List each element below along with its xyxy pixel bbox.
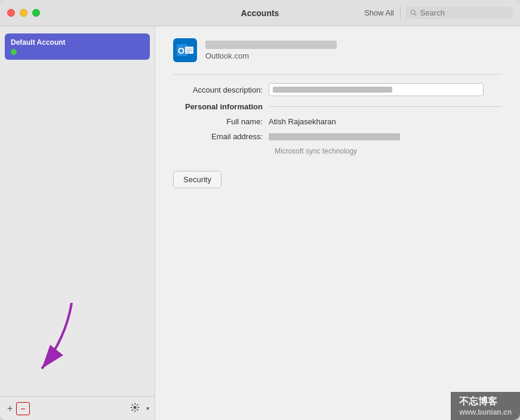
full-name-label: Full name: [173, 117, 269, 126]
traffic-lights [7, 9, 40, 17]
window-title: Accounts [241, 8, 279, 18]
sidebar-list: Default Account [0, 26, 155, 396]
account-description-label: Account description: [173, 85, 269, 94]
account-header-info: Outlook.com [205, 41, 337, 60]
svg-line-1 [414, 14, 416, 16]
detail-panel: O Outlook.com Account description: [155, 26, 520, 420]
sync-technology-text: Microsoft sync technology [275, 147, 502, 155]
account-header: O Outlook.com [173, 38, 502, 62]
remove-account-button-wrapper: − [16, 402, 29, 415]
remove-account-button[interactable]: − [19, 404, 27, 413]
personal-info-label: Personal information [173, 102, 269, 111]
svg-point-3 [134, 406, 137, 409]
account-list-item[interactable]: Default Account [5, 33, 150, 60]
svg-point-0 [411, 10, 415, 14]
watermark-line1: 不忘博客 [459, 396, 512, 408]
gear-button[interactable] [127, 400, 143, 416]
minimize-button[interactable] [20, 9, 27, 17]
sidebar: Default Account + − [0, 26, 155, 420]
full-name-value: Atish Rajasekharan [269, 117, 336, 126]
accounts-window: Accounts Show All Default Account [0, 0, 520, 420]
search-bar [405, 7, 513, 19]
account-status-dot [11, 49, 17, 55]
show-all-button[interactable]: Show All [358, 6, 401, 20]
svg-text:O: O [178, 46, 184, 56]
watermark: 不忘博客 www.bunian.cn [451, 392, 520, 420]
title-bar: Accounts Show All [0, 0, 520, 26]
account-description-input[interactable] [269, 83, 484, 96]
blurred-description-value [273, 87, 392, 93]
email-label: Email address: [173, 132, 269, 141]
gear-icon [130, 403, 140, 412]
full-name-row: Full name: Atish Rajasekharan [173, 117, 502, 126]
title-bar-right: Show All [358, 6, 513, 20]
email-address-row: Email address: [173, 132, 502, 141]
add-account-button[interactable]: + [4, 401, 16, 416]
account-name-blurred [205, 41, 337, 49]
watermark-line2: www.bunian.cn [459, 408, 512, 416]
email-blurred-value [269, 133, 400, 140]
account-item-label: Default Account [11, 38, 144, 47]
divider [269, 106, 502, 107]
security-button[interactable]: Security [173, 171, 221, 188]
maximize-button[interactable] [32, 9, 40, 17]
account-description-row: Account description: [173, 83, 502, 96]
search-icon [410, 9, 417, 17]
sidebar-bottom-bar: + − ▾ [0, 396, 155, 420]
account-form: Account description: Personal informatio… [173, 83, 502, 155]
account-type: Outlook.com [205, 51, 337, 60]
dropdown-arrow-button[interactable]: ▾ [144, 404, 151, 413]
personal-info-row: Personal information [173, 102, 502, 111]
main-content: Default Account + − [0, 26, 520, 420]
gear-button-group: ▾ [127, 400, 151, 416]
close-button[interactable] [7, 9, 15, 17]
outlook-icon: O [173, 38, 197, 62]
search-input[interactable] [420, 8, 508, 17]
